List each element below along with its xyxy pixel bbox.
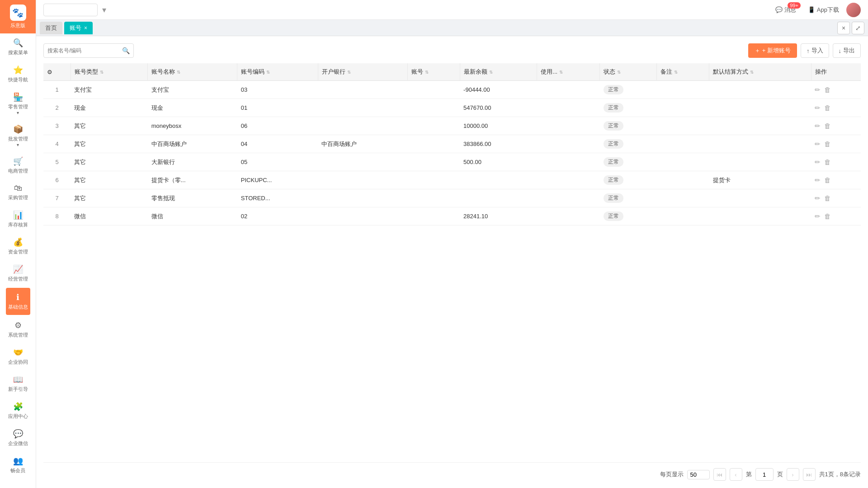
page-size-select[interactable]: 501020100: [687, 470, 710, 479]
sort-icon-status[interactable]: ⇅: [617, 70, 621, 75]
edit-icon-6[interactable]: ✏: [815, 194, 821, 202]
page-input[interactable]: [755, 468, 774, 481]
sidebar-item-经营管理[interactable]: 📈经营管理: [3, 260, 33, 287]
col-name[interactable]: 账号名称⇅: [148, 63, 237, 81]
app-download-button[interactable]: 📱 App下载: [808, 6, 839, 14]
sort-icon-name[interactable]: ⇅: [177, 70, 180, 75]
sidebar-item-应用中心[interactable]: 🧩应用中心: [3, 397, 33, 424]
sort-icon-bank[interactable]: ⇅: [347, 70, 351, 75]
tab-首页[interactable]: 首页: [40, 22, 62, 34]
sidebar-item-批发管理[interactable]: 📦批发管理▾: [3, 120, 33, 152]
first-page-btn[interactable]: ⏮: [713, 468, 726, 481]
sort-icon-note[interactable]: ⇅: [674, 70, 678, 75]
delete-icon-5[interactable]: 🗑: [824, 176, 831, 184]
delete-icon-1[interactable]: 🗑: [824, 104, 831, 112]
sidebar-item-畅会员[interactable]: 👥畅会员: [3, 451, 33, 479]
col-status[interactable]: 状态⇅: [600, 63, 657, 81]
sort-icon-settlement[interactable]: ⇅: [750, 70, 754, 75]
row-actions-7: ✏ 🗑: [811, 207, 861, 225]
app-name: 乐意版: [10, 22, 25, 29]
row-status-6: 正常: [600, 189, 657, 207]
col-bank[interactable]: 开户银行⇅: [318, 63, 407, 81]
sort-icon-type[interactable]: ⇅: [100, 70, 104, 75]
app-logo[interactable]: 🐾 乐意版: [0, 0, 36, 33]
delete-icon-4[interactable]: 🗑: [824, 158, 831, 166]
col-label-account: 账号: [411, 68, 423, 76]
col-label-balance: 最新余额: [464, 68, 487, 76]
sidebar-item-采购管理[interactable]: 🛍采购管理: [3, 179, 33, 206]
row-bank-5: [318, 171, 407, 189]
delete-icon-3[interactable]: 🗑: [824, 140, 831, 148]
dropdown-icon[interactable]: ▾: [102, 5, 106, 15]
delete-icon-2[interactable]: 🗑: [824, 122, 831, 130]
row-name-7: 微信: [148, 207, 237, 225]
message-button[interactable]: 💬 消息 99+: [775, 6, 796, 14]
add-account-button[interactable]: ＋ + 新增账号: [748, 43, 797, 58]
user-avatar[interactable]: [846, 3, 861, 17]
page-label: 第: [746, 470, 752, 479]
row-note-0: [657, 81, 709, 99]
delete-icon-6[interactable]: 🗑: [824, 194, 831, 202]
sidebar-item-零售管理[interactable]: 🏪零售管理▾: [3, 88, 33, 120]
row-bank-7: [318, 207, 407, 225]
sort-icon-balance[interactable]: ⇅: [489, 70, 493, 75]
sidebar-item-资金管理[interactable]: 💰资金管理: [3, 233, 33, 260]
col-type[interactable]: 账号类型⇅: [71, 63, 148, 81]
sidebar-item-基础信息[interactable]: ℹ基础信息: [6, 288, 30, 315]
tab-账号[interactable]: 账号×: [64, 22, 93, 34]
row-balance-0: -90444.00: [460, 81, 537, 99]
col-settlement[interactable]: 默认结算方式⇅: [709, 63, 811, 81]
edit-icon-4[interactable]: ✏: [815, 158, 821, 166]
row-name-0: 支付宝: [148, 81, 237, 99]
main-area: ▾ 💬 消息 99+ 📱 App下载 首页账号× × ⤢: [36, 0, 868, 488]
sidebar-item-搜索菜单[interactable]: 🔍搜索菜单: [3, 33, 33, 61]
last-page-btn[interactable]: ⏭: [803, 468, 816, 481]
col-balance[interactable]: 最新余额⇅: [460, 63, 537, 81]
search-icon[interactable]: 🔍: [122, 47, 130, 54]
sidebar-item-新手引导[interactable]: 📖新手引导: [3, 370, 33, 397]
sidebar-item-快捷导航[interactable]: ⭐快捷导航: [3, 61, 33, 88]
gear-icon[interactable]: ⚙: [47, 69, 52, 75]
sort-icon-usage[interactable]: ⇅: [559, 70, 563, 75]
close-tab-btn[interactable]: ×: [837, 22, 850, 34]
sidebar-item-企业协同[interactable]: 🤝企业协同: [3, 343, 33, 370]
expand-btn[interactable]: ⤢: [852, 22, 864, 34]
tab-close-1[interactable]: ×: [84, 25, 87, 31]
col-code[interactable]: 账号编码⇅: [237, 63, 318, 81]
edit-icon-1[interactable]: ✏: [815, 104, 821, 112]
toolbar: 🔍 ＋ + 新增账号 ↑ 导入 ↓ 导出: [43, 43, 861, 58]
row-account-1: [407, 99, 460, 117]
edit-icon-7[interactable]: ✏: [815, 212, 821, 221]
next-page-btn[interactable]: ›: [787, 468, 799, 481]
edit-icon-3[interactable]: ✏: [815, 140, 821, 148]
sort-icon-code[interactable]: ⇅: [266, 70, 270, 75]
sidebar-item-电商管理[interactable]: 🛒电商管理: [3, 152, 33, 179]
delete-icon-0[interactable]: 🗑: [824, 86, 831, 94]
edit-icon-5[interactable]: ✏: [815, 176, 821, 184]
row-note-5: [657, 171, 709, 189]
col-account[interactable]: 账号⇅: [407, 63, 460, 81]
edit-icon-2[interactable]: ✏: [815, 122, 821, 130]
delete-icon-7[interactable]: 🗑: [824, 212, 831, 220]
row-bank-1: [318, 99, 407, 117]
col-gear: ⚙: [43, 63, 71, 81]
sidebar-item-系统管理[interactable]: ⚙系统管理: [3, 316, 33, 343]
sidebar-item-库存核算[interactable]: 📊库存核算: [3, 206, 33, 233]
import-button[interactable]: ↑ 导入: [801, 43, 829, 58]
sidebar: 🐾 乐意版 🔍搜索菜单⭐快捷导航🏪零售管理▾📦批发管理▾🛒电商管理🛍采购管理📊库…: [0, 0, 36, 488]
col-note[interactable]: 备注⇅: [657, 63, 709, 81]
sidebar-icon-12: 📖: [13, 375, 23, 385]
row-settlement-6: [709, 189, 811, 207]
top-search-input[interactable]: [43, 4, 98, 16]
col-usage[interactable]: 使用...⇅: [537, 63, 600, 81]
sort-icon-account[interactable]: ⇅: [425, 70, 429, 75]
search-input[interactable]: [47, 47, 122, 54]
row-usage-4: [537, 153, 600, 171]
export-button[interactable]: ↓ 导出: [833, 43, 861, 58]
tabbar: 首页账号× × ⤢: [36, 20, 868, 36]
edit-icon-0[interactable]: ✏: [815, 86, 821, 94]
prev-page-btn[interactable]: ‹: [730, 468, 742, 481]
sidebar-label-13: 应用中心: [8, 413, 28, 420]
sidebar-item-企业微信[interactable]: 💬企业微信: [3, 424, 33, 451]
sidebar-label-14: 企业微信: [8, 440, 28, 447]
